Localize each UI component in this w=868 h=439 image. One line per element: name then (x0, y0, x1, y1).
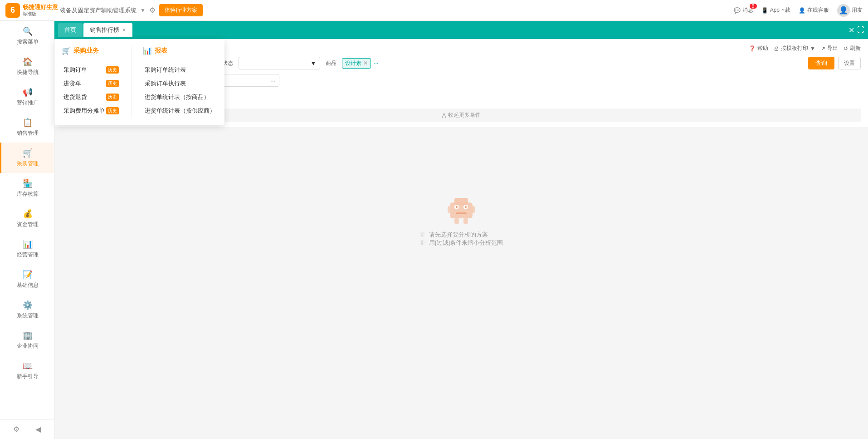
sidebar-item-label: 营销推广 (17, 99, 39, 107)
purchase-icon: 🛒 (23, 148, 33, 158)
svg-rect-9 (472, 206, 475, 213)
messages-btn[interactable]: 💬 消息 9 (734, 6, 753, 14)
sidebar-item-operations[interactable]: 📊 经营管理 (0, 234, 54, 264)
purchase-menu-title: 🛒 采购业务 (62, 46, 121, 58)
sidebar-item-label: 新手引导 (17, 373, 39, 380)
tab-bar: 首页 销售排行榜 ✕ ✕ ⛶ (54, 21, 868, 39)
sidebar-item-enterprise[interactable]: 🏢 企业协同 (0, 325, 54, 355)
menu-item-badge: 历史 (106, 94, 119, 101)
empty-state: ① 请先选择要分析的方案 ② 用[过滤]条件来缩小分析范围 (54, 127, 868, 309)
settings-action-btn[interactable]: 设置 (838, 57, 861, 69)
tab-close-btn[interactable]: ✕ (122, 27, 126, 33)
goods-tag-design[interactable]: 设计素 ✕ (342, 58, 371, 69)
system-settings-btn[interactable]: ⚙ (149, 6, 156, 15)
menu-item-goods-stat-by-product[interactable]: 进货单统计表（按商品） (143, 90, 217, 104)
tab-home-label: 首页 (64, 26, 76, 34)
service-icon: 👤 (799, 7, 805, 14)
purchase-menu-icon: 🛒 (62, 46, 71, 55)
svg-rect-11 (463, 218, 468, 224)
tab-home[interactable]: 首页 (58, 23, 83, 37)
user-btn[interactable]: 👤 用友 (837, 4, 863, 17)
sidebar-item-finance[interactable]: 💰 资金管理 (0, 203, 54, 234)
menu-item-label: 采购订单统计表 (145, 66, 186, 74)
voucher-status-selector[interactable]: ▼ (239, 57, 320, 69)
marketing-icon: 📢 (23, 87, 33, 97)
menu-item-purchase-order-stat[interactable]: 采购订单统计表 (143, 63, 217, 77)
sidebar-item-system[interactable]: ⚙️ 系统管理 (0, 295, 54, 325)
sidebar-item-label: 资金管理 (17, 221, 39, 228)
goods-tag-label: 设计素 (345, 59, 361, 67)
sidebar-item-inventory[interactable]: 🏪 库存核算 (0, 173, 54, 203)
industry-btn[interactable]: 体验行业方案 (159, 4, 203, 16)
salesman-more-icon: ··· (270, 77, 275, 84)
system-dropdown-btn[interactable]: ▼ (140, 7, 146, 14)
menu-item-label: 采购订单执行表 (145, 79, 186, 88)
sidebar-item-label: 基础信息 (17, 281, 39, 289)
menu-item-label: 进货单统计表（按商品） (145, 93, 210, 101)
logo-text: 畅捷通好生意 标准版 (23, 4, 58, 17)
basic-icon: 📝 (23, 270, 33, 280)
collapse-label: 收起更多条件 (448, 111, 481, 119)
goods-more-btn[interactable]: ··· (374, 60, 378, 66)
goods-tag-close[interactable]: ✕ (363, 60, 368, 66)
menu-item-purchase-order[interactable]: 采购订单 历史 (62, 63, 121, 77)
export-btn[interactable]: ↗ 导出 (821, 44, 838, 52)
menu-divider (132, 46, 132, 118)
logo-sub: 标准版 (23, 11, 58, 17)
collapse-icon: ⋀ (442, 112, 446, 118)
empty-tip2: ② 用[过滤]条件来缩小分析范围 (419, 239, 503, 247)
sidebar-item-purchase[interactable]: 🛒 采购管理 (0, 143, 54, 173)
phone-icon: 📱 (761, 7, 768, 14)
tab-sales-rank[interactable]: 销售排行榜 ✕ (83, 23, 132, 37)
avatar: 👤 (837, 4, 850, 17)
export-label: 导出 (827, 44, 838, 52)
online-service-btn[interactable]: 👤 在线客服 (799, 6, 829, 14)
sidebar: 🔍 搜索菜单 🏠 快捷导航 📢 营销推广 📋 销售管理 🛒 采购管理 🏪 库存核… (0, 21, 54, 439)
query-btn[interactable]: 查询 (808, 57, 834, 69)
logo-icon: 6 (5, 3, 20, 18)
search-icon: 🔍 (23, 26, 33, 36)
help-icon: ❓ (749, 45, 756, 52)
sales-icon: 📋 (23, 118, 33, 128)
sidebar-item-search[interactable]: 🔍 搜索菜单 (0, 21, 54, 51)
sidebar-item-label: 快捷导航 (17, 69, 39, 76)
menu-item-goods-return[interactable]: 进货退货 历史 (62, 90, 121, 104)
messages-badge: 9 (750, 4, 757, 9)
menu-item-label: 进货单 (63, 79, 81, 88)
report-menu-title: 📊 报表 (143, 46, 217, 58)
sidebar-item-guide[interactable]: 📖 新手引导 (0, 355, 54, 386)
refresh-btn[interactable]: ↺ 刷新 (844, 44, 861, 52)
empty-tips: ① 请先选择要分析的方案 ② 用[过滤]条件来缩小分析范围 (419, 231, 503, 247)
sidebar-item-quick[interactable]: 🏠 快捷导航 (0, 51, 54, 82)
print-icon: 🖨 (774, 45, 779, 52)
sidebar-item-sales[interactable]: 📋 销售管理 (0, 112, 54, 143)
svg-point-6 (465, 206, 467, 208)
finance-icon: 💰 (23, 209, 33, 219)
help-btn[interactable]: ❓ 帮助 (749, 44, 768, 52)
print-btn[interactable]: 🖨 按模板打印 ▼ (774, 44, 815, 52)
menu-item-badge: 历史 (106, 66, 119, 74)
menu-item-goods-receipt[interactable]: 进货单 历史 (62, 77, 121, 90)
app-download-btn[interactable]: 📱 App下载 (761, 6, 790, 14)
sidebar-item-basic[interactable]: 📝 基础信息 (0, 264, 54, 295)
tab-maximize-btn[interactable]: ⛶ (857, 26, 864, 34)
refresh-label: 刷新 (850, 44, 861, 52)
header-right: 💬 消息 9 📱 App下载 👤 在线客服 👤 用友 (734, 4, 863, 17)
sidebar-collapse-btn[interactable]: ◀ (35, 425, 41, 434)
sidebar-settings-btn[interactable]: ⚙ (13, 425, 20, 434)
menu-item-goods-stat-by-supplier[interactable]: 进货单统计表（按供应商） (143, 104, 217, 118)
goods-tags: 设计素 ✕ ··· (342, 58, 378, 69)
tab-close-window-btn[interactable]: ✕ (848, 26, 854, 35)
svg-rect-8 (448, 206, 450, 213)
system-icon: ⚙️ (23, 300, 33, 310)
export-icon: ↗ (821, 45, 825, 52)
sidebar-item-marketing[interactable]: 📢 营销推广 (0, 82, 54, 112)
menu-item-purchase-order-exec[interactable]: 采购订单执行表 (143, 77, 217, 90)
menu-item-purchase-expense[interactable]: 采购费用分摊单 历史 (62, 104, 121, 118)
sidebar-item-label: 采购管理 (17, 160, 39, 168)
purchase-menu-column: 🛒 采购业务 采购订单 历史 进货单 历史 进货退货 历史 采购费用分摊单 历史 (62, 46, 121, 118)
dropdown-menu: 🛒 采购业务 采购订单 历史 进货单 历史 进货退货 历史 采购费用分摊单 历史… (54, 39, 224, 125)
report-menu-column: 📊 报表 采购订单统计表 采购订单执行表 进货单统计表（按商品） 进货单统计表（… (143, 46, 217, 118)
sidebar-bottom: ⚙ ◀ (0, 419, 54, 439)
sidebar-item-label: 库存核算 (17, 190, 39, 198)
